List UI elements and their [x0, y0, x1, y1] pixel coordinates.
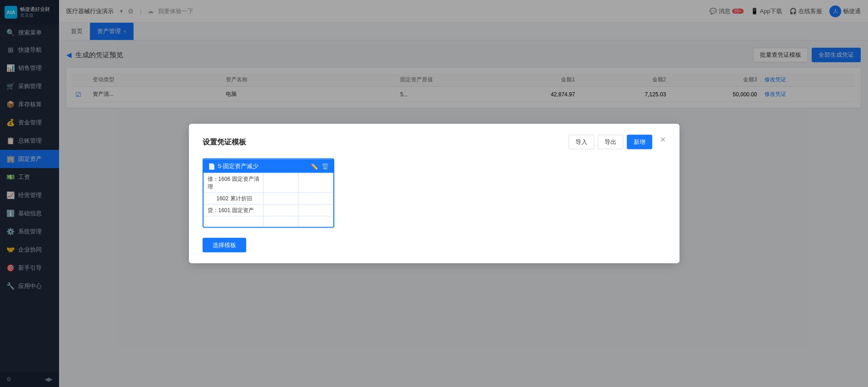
delete-template-icon[interactable]: 🗑️	[322, 163, 329, 169]
table-row	[203, 216, 333, 227]
account-cell	[203, 216, 263, 227]
template-card-header-left: 📄 5-固定资产减少	[208, 162, 259, 170]
account-cell: 贷：1601 固定资产	[203, 204, 263, 216]
edit-template-icon[interactable]: ✏️	[311, 163, 318, 169]
template-card-header-actions: ✏️ 🗑️	[311, 163, 329, 169]
table-row: 1602 累计折旧	[203, 193, 333, 204]
select-template-button[interactable]: 选择模板	[203, 238, 246, 253]
debit-cell	[263, 173, 298, 193]
dialog-close-button[interactable]: ×	[660, 135, 666, 149]
export-button[interactable]: 导出	[598, 135, 623, 149]
debit-cell	[263, 204, 298, 216]
debit-cell	[263, 193, 298, 204]
import-button[interactable]: 导入	[569, 135, 594, 149]
dialog-title: 设置凭证模板	[203, 137, 246, 147]
template-card: 📄 5-固定资产减少 ✏️ 🗑️ 借：1606 固定资产清理	[203, 159, 334, 228]
doc-icon: 📄	[208, 163, 215, 169]
voucher-template-dialog: 设置凭证模板 导入 导出 新增 × 📄 5-固定资产减少	[189, 124, 680, 263]
main-wrap: 医疗器械行业演示 ▾ ⚙ | ☁ 我要体验一下 💬 消息 99+ 📱 App下载…	[59, 0, 868, 387]
table-row: 贷：1601 固定资产	[203, 204, 333, 216]
dialog-header: 设置凭证模板 导入 导出 新增 ×	[203, 135, 666, 149]
new-template-button[interactable]: 新增	[627, 135, 652, 149]
table-row: 借：1606 固定资产清理	[203, 173, 333, 193]
account-cell: 1602 累计折旧	[203, 193, 263, 204]
credit-cell	[298, 173, 333, 193]
account-cell: 借：1606 固定资产清理	[203, 173, 263, 193]
template-name: 5-固定资产减少	[218, 162, 259, 170]
page-content: ◀ 生成的凭证预览 批量查凭证模板 全部生成凭证 变动类型 资产名称 固定资产原…	[59, 40, 868, 387]
credit-cell	[298, 204, 333, 216]
debit-cell	[263, 216, 298, 227]
template-table: 借：1606 固定资产清理 1602 累计折旧 贷：1601 固定资产	[203, 173, 333, 227]
dialog-header-actions: 导入 导出 新增 ×	[569, 135, 666, 149]
credit-cell	[298, 193, 333, 204]
credit-cell	[298, 216, 333, 227]
template-card-header: 📄 5-固定资产减少 ✏️ 🗑️	[203, 159, 333, 173]
template-area: 📄 5-固定资产减少 ✏️ 🗑️ 借：1606 固定资产清理	[203, 159, 666, 253]
